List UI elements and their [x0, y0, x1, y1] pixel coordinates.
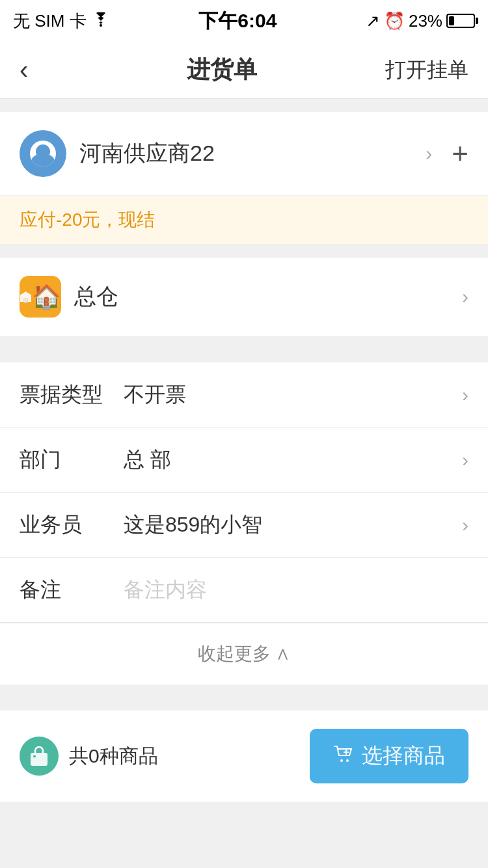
collapse-button[interactable]: 收起更多 ∧	[0, 623, 488, 685]
invoice-type-chevron-icon: ›	[462, 384, 468, 406]
product-bag-icon	[20, 737, 59, 776]
warehouse-name: 总仓	[74, 282, 462, 312]
department-row[interactable]: 部门 总 部 ›	[0, 427, 488, 493]
svg-rect-3	[33, 755, 36, 757]
cart-icon	[333, 745, 354, 768]
warehouse-row[interactable]: 🏠 总仓 ›	[0, 258, 488, 336]
supplier-chevron-icon: ›	[426, 142, 432, 165]
sales-rep-label: 业务员	[20, 511, 124, 539]
product-section: 共0种商品 选择商品	[0, 711, 488, 802]
collapse-label: 收起更多 ∧	[198, 642, 291, 666]
svg-point-4	[340, 759, 343, 762]
avatar-inner	[30, 141, 56, 167]
supplier-name: 河南供应商22	[79, 139, 426, 169]
status-bar: 无 SIM 卡 下午6:04 ↗ ⏰ 23%	[0, 0, 488, 42]
section-divider-2	[0, 245, 488, 258]
warehouse-section: 🏠 总仓 ›	[0, 258, 488, 336]
remark-input[interactable]: 备注内容	[124, 576, 468, 604]
battery-icon	[446, 14, 475, 28]
supplier-avatar	[20, 130, 66, 177]
alarm-icon: ⏰	[384, 11, 405, 31]
status-time: 下午6:04	[198, 8, 277, 34]
invoice-type-label: 票据类型	[20, 381, 124, 409]
remark-label: 备注	[20, 576, 124, 604]
wifi-icon	[92, 11, 110, 31]
open-pending-button[interactable]: 打开挂单	[385, 56, 468, 85]
nav-bar: ‹ 进货单 打开挂单	[0, 42, 488, 99]
svg-rect-2	[31, 753, 47, 766]
section-divider-1	[0, 99, 488, 112]
sales-rep-row[interactable]: 业务员 这是859的小智 ›	[0, 493, 488, 558]
notice-banner: 应付-20元，现结	[0, 196, 488, 245]
product-count-text: 共0种商品	[69, 743, 158, 770]
location-icon: ↗	[366, 11, 380, 31]
supplier-row[interactable]: 河南供应商22 › +	[0, 112, 488, 196]
department-chevron-icon: ›	[462, 449, 468, 471]
back-button[interactable]: ‹	[20, 55, 59, 85]
page-background-bottom	[0, 802, 488, 868]
svg-point-0	[100, 24, 102, 27]
carrier-label: 无 SIM 卡	[13, 10, 87, 33]
svg-point-5	[346, 759, 349, 762]
battery-percent: 23%	[409, 11, 442, 31]
sales-rep-chevron-icon: ›	[462, 514, 468, 536]
status-right: ↗ ⏰ 23%	[366, 11, 475, 31]
department-label: 部门	[20, 446, 124, 474]
invoice-type-value: 不开票	[124, 381, 462, 409]
warehouse-chevron-icon: ›	[462, 286, 468, 308]
section-divider-4	[0, 685, 488, 698]
supplier-section: 河南供应商22 › + 应付-20元，现结	[0, 112, 488, 245]
avatar-body	[31, 154, 55, 167]
section-divider-3	[0, 336, 488, 349]
product-count-area: 共0种商品	[20, 737, 158, 776]
warehouse-icon: 🏠	[20, 276, 61, 318]
remark-row[interactable]: 备注 备注内容	[0, 558, 488, 623]
form-section: 票据类型 不开票 › 部门 总 部 › 业务员 这是859的小智 › 备注 备注…	[0, 362, 488, 685]
svg-rect-1	[23, 299, 27, 303]
status-left: 无 SIM 卡	[13, 10, 110, 33]
select-product-label: 选择商品	[362, 742, 445, 770]
select-product-button[interactable]: 选择商品	[310, 729, 468, 783]
invoice-type-row[interactable]: 票据类型 不开票 ›	[0, 362, 488, 427]
department-value: 总 部	[124, 446, 462, 474]
add-supplier-button[interactable]: +	[452, 137, 468, 170]
page-title: 进货单	[187, 54, 257, 86]
sales-rep-value: 这是859的小智	[124, 511, 462, 539]
